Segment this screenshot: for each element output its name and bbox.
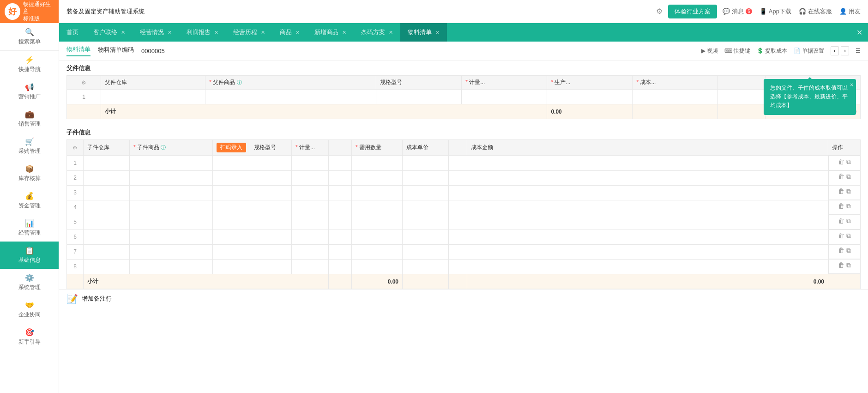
delete-icon-row7[interactable]: 🗑 (838, 247, 844, 257)
child-row-6-spec[interactable] (250, 230, 292, 244)
copy-icon-row8[interactable]: ⧉ (846, 261, 851, 272)
sidebar-item-marketing[interactable]: 📢 营销推广 (0, 78, 59, 105)
add-note-icon[interactable]: 📝 (66, 293, 78, 304)
copy-icon-row1[interactable]: ⧉ (846, 158, 851, 168)
child-row-5-price[interactable] (403, 215, 449, 230)
tooltip-close-btn[interactable]: × (850, 81, 853, 90)
copy-icon-row2[interactable]: ⧉ (846, 173, 851, 183)
tab-operation-status-close[interactable]: ✕ (168, 30, 172, 36)
child-row-5-qty[interactable] (352, 215, 403, 230)
sidebar-item-search[interactable]: 🔍 搜索菜单 (0, 23, 59, 51)
extract-cost-btn[interactable]: 💲 提取成本 (757, 47, 787, 55)
child-row-6-product[interactable] (130, 230, 213, 244)
tab-home[interactable]: 首页 (59, 23, 86, 42)
nav-close-all-btn[interactable]: ✕ (851, 28, 868, 37)
sidebar-item-guide[interactable]: 🎯 新手引导 (0, 323, 59, 351)
child-row-6-price[interactable] (403, 230, 449, 244)
tab-history[interactable]: 经营历程 ✕ (226, 23, 272, 42)
child-row-3-product[interactable] (130, 185, 213, 200)
tab-customer[interactable]: 客户联络 ✕ (86, 23, 133, 42)
child-row-8-qty[interactable] (352, 259, 403, 274)
child-row-2-product[interactable] (130, 170, 213, 185)
delete-icon-row1[interactable]: 🗑 (838, 158, 844, 168)
child-row-4-unit[interactable] (292, 200, 329, 215)
tab-barcode-close[interactable]: ✕ (389, 30, 393, 36)
copy-icon-row4[interactable]: ⧉ (846, 202, 851, 212)
copy-icon-row7[interactable]: ⧉ (846, 247, 851, 257)
child-row-2-qty[interactable] (352, 170, 403, 185)
child-row-5-spec[interactable] (250, 215, 292, 230)
child-row-3-unit[interactable] (292, 185, 329, 200)
child-row-7-warehouse[interactable] (84, 244, 130, 259)
sidebar-item-system[interactable]: ⚙️ 系统管理 (0, 269, 59, 296)
delete-icon-row8[interactable]: 🗑 (838, 261, 844, 272)
video-btn[interactable]: ▶ 视频 (701, 47, 718, 55)
copy-icon-row5[interactable]: ⧉ (846, 217, 851, 227)
doc-settings-btn[interactable]: 📄 单据设置 (794, 47, 824, 55)
child-row-1-price[interactable] (403, 156, 449, 171)
child-row-3-qty[interactable] (352, 185, 403, 200)
delete-icon-row6[interactable]: 🗑 (838, 232, 844, 242)
shortcut-btn[interactable]: ⌨ 快捷键 (724, 47, 750, 55)
parent-row-1-warehouse[interactable] (101, 90, 205, 104)
child-row-7-unit[interactable] (292, 244, 329, 259)
child-row-8-price[interactable] (403, 259, 449, 274)
child-row-6-warehouse[interactable] (84, 230, 130, 244)
list-view-btn[interactable]: ☰ (856, 48, 861, 54)
child-row-8-unit[interactable] (292, 259, 329, 274)
tab-operation-status[interactable]: 经营情况 ✕ (133, 23, 179, 42)
child-row-5-warehouse[interactable] (84, 215, 130, 230)
sidebar-item-basic-info[interactable]: 📋 基础信息 (0, 242, 59, 269)
tab-customer-close[interactable]: ✕ (121, 30, 125, 36)
child-row-8-warehouse[interactable] (84, 259, 130, 274)
sidebar-item-operations[interactable]: 📊 经营管理 (0, 214, 59, 242)
tab-barcode[interactable]: 条码方案 ✕ (354, 23, 400, 42)
parent-row-1-production[interactable] (547, 90, 633, 104)
copy-icon-row3[interactable]: ⧉ (846, 187, 851, 198)
child-row-1-product[interactable] (130, 156, 213, 171)
child-row-3-warehouse[interactable] (84, 185, 130, 200)
child-row-8-product[interactable] (130, 259, 213, 274)
child-row-4-warehouse[interactable] (84, 200, 130, 215)
child-row-6-unit[interactable] (292, 230, 329, 244)
tab-bom[interactable]: 物料清单 ✕ (400, 23, 447, 42)
sidebar-item-finance[interactable]: 💰 资金管理 (0, 187, 59, 214)
tab-profit-close[interactable]: ✕ (214, 30, 218, 36)
tab-profit[interactable]: 利润报告 ✕ (179, 23, 226, 42)
tab-bom-close[interactable]: ✕ (435, 30, 440, 36)
tab-new-product-close[interactable]: ✕ (342, 30, 346, 36)
online-service-btn[interactable]: 🎧 在线客服 (799, 7, 832, 16)
child-row-2-spec[interactable] (250, 170, 292, 185)
child-row-8-spec[interactable] (250, 259, 292, 274)
message-btn[interactable]: 💬 消息 6 (723, 7, 752, 16)
child-row-2-price[interactable] (403, 170, 449, 185)
child-row-6-qty[interactable] (352, 230, 403, 244)
scan-input-btn[interactable]: 扫码录入 (217, 143, 246, 152)
child-row-2-warehouse[interactable] (84, 170, 130, 185)
child-row-7-product[interactable] (130, 244, 213, 259)
tab-history-close[interactable]: ✕ (261, 30, 265, 36)
child-row-7-spec[interactable] (250, 244, 292, 259)
sidebar-item-sales[interactable]: 💼 销售管理 (0, 105, 59, 133)
sidebar-item-quick-nav[interactable]: ⚡ 快捷导航 (0, 51, 59, 78)
child-row-4-product[interactable] (130, 200, 213, 215)
child-row-1-qty[interactable] (352, 156, 403, 171)
app-download-btn[interactable]: 📱 App下载 (760, 7, 791, 16)
child-row-2-unit[interactable] (292, 170, 329, 185)
copy-icon-row6[interactable]: ⧉ (846, 232, 851, 242)
sidebar-item-inventory[interactable]: 📦 库存核算 (0, 160, 59, 187)
parent-row-1-product[interactable] (205, 90, 376, 104)
parent-row-1-cost[interactable] (633, 90, 718, 104)
sidebar-item-purchase[interactable]: 🛒 采购管理 (0, 133, 59, 160)
delete-icon-row4[interactable]: 🗑 (838, 202, 844, 212)
sidebar-item-enterprise[interactable]: 🤝 企业协同 (0, 296, 59, 323)
prev-btn[interactable]: ‹ (831, 46, 839, 55)
parent-row-1-unit[interactable] (462, 90, 547, 104)
experience-btn[interactable]: 体验行业方案 (668, 5, 717, 18)
next-btn[interactable]: › (841, 46, 849, 55)
child-row-7-qty[interactable] (352, 244, 403, 259)
child-row-5-unit[interactable] (292, 215, 329, 230)
tab-product-close[interactable]: ✕ (295, 30, 300, 36)
user-btn[interactable]: 👤 用友 (839, 7, 861, 16)
add-note-label[interactable]: 增加备注行 (82, 295, 112, 303)
